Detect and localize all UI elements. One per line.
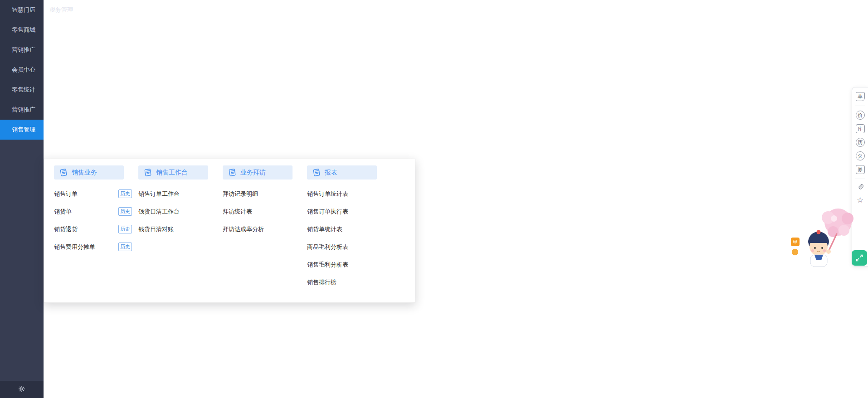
- app-root: 搜索菜单快捷导航零售管理▲智慧门店零售商城营销推广会员中心零售统计批发管理▲营销…: [0, 0, 868, 398]
- sidebar-item-label: 智慧门店: [12, 6, 35, 13]
- menu-item-销售订单[interactable]: 销售订单历史: [54, 185, 132, 203]
- history-icon[interactable]: 历: [856, 138, 865, 147]
- sidebar: 搜索菜单快捷导航零售管理▲智慧门店零售商城营销推广会员中心零售统计批发管理▲营销…: [0, 0, 44, 398]
- menu-section-items: 销售订单统计表销售订单执行表销货单统计表商品毛利分析表销售毛利分析表销售排行榜: [307, 185, 390, 291]
- menu-section-title: 业务拜访: [240, 169, 266, 177]
- menu-item-拜访统计表[interactable]: 拜访统计表: [223, 203, 301, 220]
- menu-item-label: 销售毛利分析表: [307, 261, 348, 269]
- menu-item-label: 销货单统计表: [307, 225, 342, 233]
- sidebar-menu: 搜索菜单快捷导航零售管理▲智慧门店零售商城营销推广会员中心零售统计批发管理▲营销…: [0, 0, 44, 140]
- history-badge[interactable]: 历史: [118, 207, 132, 216]
- sec-report-icon: [312, 168, 321, 177]
- menu-item-label: 拜访达成率分析: [223, 225, 264, 233]
- gear-icon: [18, 385, 25, 394]
- sec-workbench-icon: [144, 168, 152, 177]
- history-badge[interactable]: 历史: [118, 243, 132, 251]
- sidebar-item-会员中心[interactable]: 会员中心: [0, 60, 44, 80]
- menu-section-header-业务拜访[interactable]: 业务拜访: [223, 165, 293, 180]
- menu-item-label: 拜访记录明细: [223, 190, 258, 198]
- menu-section-items: 拜访记录明细拜访统计表拜访达成率分析: [223, 185, 305, 238]
- menu-item-销货退货[interactable]: 销货退货历史: [54, 220, 132, 238]
- menu-section-销售工作台: 销售工作台销售订单工作台钱货日清工作台钱货日清对账: [138, 165, 221, 238]
- menu-section-报表: 报表销售订单统计表销售订单执行表销货单统计表商品毛利分析表销售毛利分析表销售排行…: [307, 165, 390, 291]
- arrears-icon[interactable]: 欠: [856, 151, 865, 160]
- stock-icon[interactable]: 库: [856, 124, 865, 133]
- history-badge[interactable]: 历史: [118, 225, 132, 233]
- menu-item-钱货日清工作台[interactable]: 钱货日清工作台: [138, 203, 216, 220]
- coupon-icon[interactable]: 券: [856, 165, 865, 174]
- sidebar-item-label: 营销推广: [12, 46, 35, 53]
- menu-item-销售订单工作台[interactable]: 销售订单工作台: [138, 185, 216, 203]
- menu-section-title: 报表: [325, 169, 337, 177]
- sidebar-item-零售统计[interactable]: 零售统计: [0, 80, 44, 100]
- sidebar-item-label: 零售商城: [12, 26, 35, 33]
- menu-item-label: 销货退货: [54, 225, 78, 233]
- history-badge[interactable]: 历史: [118, 189, 132, 198]
- menu-section-title: 销售业务: [72, 169, 97, 177]
- menu-section-items: 销售订单历史销货单历史销货退货历史销售费用分摊单历史: [54, 185, 137, 256]
- menu-item-label: 销售订单工作台: [138, 190, 180, 198]
- divider: [855, 106, 865, 106]
- sidebar-item-销售管理[interactable]: 销售管理: [0, 120, 44, 140]
- sidebar-item-label: 销售管理: [12, 126, 35, 133]
- attachment-icon[interactable]: [857, 184, 864, 191]
- sidebar-item-label: 会员中心: [12, 66, 35, 73]
- menu-item-销售费用分摊单[interactable]: 销售费用分摊单历史: [54, 238, 132, 256]
- menu-section-header-销售工作台[interactable]: 销售工作台: [138, 165, 208, 180]
- sidebar-item-营销推广[interactable]: 营销推广: [0, 40, 44, 60]
- menu-item-拜访达成率分析[interactable]: 拜访达成率分析: [223, 220, 301, 238]
- menu-section-header-报表[interactable]: 报表: [307, 165, 377, 180]
- sec-visit-icon: [228, 168, 237, 177]
- svg-text:甲: 甲: [793, 239, 798, 245]
- sidebar-item-label: 税务管理: [49, 6, 73, 13]
- menu-item-label: 钱货日清对账: [138, 225, 174, 233]
- sec-business-icon: [59, 168, 68, 177]
- menu-item-label: 销售订单统计表: [307, 190, 348, 198]
- menu-item-label: 商品毛利分析表: [307, 243, 348, 251]
- menu-section-title: 销售工作台: [156, 169, 188, 177]
- favorite-icon[interactable]: ☆: [857, 195, 863, 205]
- menu-item-label: 销售费用分摊单: [54, 243, 95, 251]
- sidebar-item-label: 营销推广: [12, 106, 35, 113]
- divider: [855, 179, 865, 179]
- menu-item-销售订单统计表[interactable]: 销售订单统计表: [307, 185, 385, 203]
- menu-item-商品毛利分析表[interactable]: 商品毛利分析表: [307, 238, 385, 256]
- menu-item-销售排行榜[interactable]: 销售排行榜: [307, 273, 385, 291]
- menu-item-销货单[interactable]: 销货单历史: [54, 203, 132, 220]
- sales-menu-popup: 销售业务销售订单历史销货单历史销货退货历史销售费用分摊单历史销售工作台销售订单工…: [44, 159, 415, 303]
- menu-item-钱货日清对账[interactable]: 钱货日清对账: [138, 220, 216, 238]
- menu-item-销货单统计表[interactable]: 销货单统计表: [307, 220, 385, 238]
- menu-item-label: 钱货日清工作台: [138, 208, 180, 216]
- menu-item-销售毛利分析表[interactable]: 销售毛利分析表: [307, 256, 385, 273]
- menu-section-业务拜访: 业务拜访拜访记录明细拜访统计表拜访达成率分析: [223, 165, 305, 238]
- sidebar-item-智慧门店[interactable]: 智慧门店: [0, 0, 44, 20]
- sidebar-settings-button[interactable]: [0, 381, 44, 398]
- expand-mascot-button[interactable]: [852, 250, 867, 266]
- menu-item-label: 销货单: [54, 208, 72, 216]
- menu-section-销售业务: 销售业务销售订单历史销货单历史销货退货历史销售费用分摊单历史: [54, 165, 137, 256]
- menu-item-拜访记录明细[interactable]: 拜访记录明细: [223, 185, 301, 203]
- menu-item-label: 销售订单: [54, 190, 78, 198]
- price-icon[interactable]: 价: [856, 111, 865, 120]
- menu-item-label: 销售排行榜: [307, 278, 336, 286]
- menu-item-销售订单执行表[interactable]: 销售订单执行表: [307, 203, 385, 220]
- draft-icon[interactable]: 草: [856, 92, 865, 101]
- menu-item-label: 销售订单执行表: [307, 208, 348, 216]
- menu-section-header-销售业务[interactable]: 销售业务: [54, 165, 124, 180]
- sidebar-item-零售商城[interactable]: 零售商城: [0, 20, 44, 40]
- menu-section-items: 销售订单工作台钱货日清工作台钱货日清对账: [138, 185, 221, 238]
- menu-item-label: 拜访统计表: [223, 208, 252, 216]
- sidebar-item-营销推广[interactable]: 营销推广: [0, 100, 44, 120]
- sidebar-item-label: 零售统计: [12, 86, 35, 93]
